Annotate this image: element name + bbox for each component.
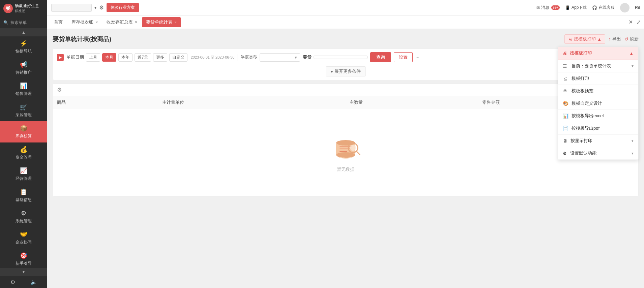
filter-bar: ▶ 单据日期 上月 本月 本年 近7天 更多 自定义 2023-06-01 至 … <box>53 49 639 80</box>
guide-icon: 🎯 <box>20 252 27 259</box>
topbar-dropdown-arrow[interactable]: ▾ <box>94 5 96 10</box>
topbar-gear-icon[interactable]: ⚙ <box>99 4 104 11</box>
type-select-box[interactable]: ▾ <box>260 53 300 62</box>
dropdown-template-custom[interactable]: 🎨 模板自定义设计 <box>558 97 638 110</box>
sidebar-item-operations[interactable]: 📈 经营管理 <box>0 164 47 185</box>
print-btn-arrow-up: ▲ <box>597 37 602 42</box>
sidebar-scroll-down[interactable]: ▼ <box>0 268 47 276</box>
dropdown-display-print[interactable]: 🖥 按显示打印 ▾ <box>558 135 638 147</box>
date-btn-this-month[interactable]: 本月 <box>102 53 116 62</box>
tabbar: 首页 库存批次账 × 收发存汇总表 × 要货单统计表 × ✕ ⤢ <box>47 15 644 29</box>
date-btn-this-year[interactable]: 本年 <box>118 53 133 62</box>
sidebar-item-label: 采购管理 <box>16 112 32 118</box>
svg-point-3 <box>336 152 355 158</box>
sidebar-item-marketing[interactable]: 📢 营销推广 <box>0 58 47 79</box>
date-btn-more[interactable]: 更多 <box>153 53 167 62</box>
dropdown-header[interactable]: 🖨 按模板打印 ▲ <box>558 47 638 60</box>
set-default-icon: ⚙ <box>563 151 567 156</box>
dropdown-current-template[interactable]: ☰ 当前：要货单统计表 ▾ <box>558 60 638 72</box>
sidebar-settings-icon[interactable]: ⚙ <box>10 279 15 285</box>
app-download-icon: 📱 <box>565 5 570 10</box>
display-print-icon: 🖥 <box>563 138 567 143</box>
table-toolbar: ⚙ <box>53 84 638 96</box>
tab-close-window[interactable]: ✕ <box>628 18 634 26</box>
display-print-arrow: ▾ <box>632 139 634 143</box>
goods-label: 要货 <box>303 54 312 60</box>
sidebar-item-system[interactable]: ⚙ 系统管理 <box>0 206 47 227</box>
online-service-btn[interactable]: 🎧 在线客服 <box>592 5 615 10</box>
sidebar-item-sales[interactable]: 📊 销售管理 <box>0 79 47 100</box>
sidebar-item-finance[interactable]: 💰 资金管理 <box>0 142 47 164</box>
refresh-icon: ↺ <box>624 36 628 42</box>
col-quantity: 主数量 <box>346 96 478 109</box>
app-download-label: App下载 <box>572 5 587 10</box>
sidebar-sound-icon[interactable]: 🔈 <box>30 279 37 285</box>
logo-area: 畅 畅赢通好生意 标准版 <box>0 0 47 17</box>
results-table: 商品 主计量单位 主数量 零售金额 <box>53 96 638 196</box>
topbar: ▾ ⚙ 体验行业方案 ✉ 消息 99+ 📱 App下载 🎧 在线客服 Rit <box>47 0 644 15</box>
goods-select-box[interactable] <box>314 56 368 59</box>
print-icon: 🖨 <box>568 37 573 42</box>
sales-icon: 📊 <box>20 82 27 90</box>
tab-inventory-batch-label: 库存批次账 <box>71 19 93 25</box>
app-download-btn[interactable]: 📱 App下载 <box>565 5 587 10</box>
sidebar-item-purchase[interactable]: 🛒 采购管理 <box>0 100 47 121</box>
search-icon: 🔍 <box>3 20 8 25</box>
sidebar-item-inventory[interactable]: 📦 库存核算 <box>0 121 47 142</box>
tab-order-stats-close[interactable]: × <box>174 20 177 25</box>
template-pdf-icon: 📄 <box>563 126 568 131</box>
dropdown-template-preview[interactable]: 👁 模板板预览 <box>558 85 638 97</box>
table-header-row: 商品 主计量单位 主数量 零售金额 <box>53 96 638 109</box>
finance-icon: 💰 <box>20 146 27 153</box>
date-btn-7days[interactable]: 近7天 <box>135 53 151 62</box>
expand-more-btn[interactable]: ▾ 展开更多条件 <box>326 66 366 76</box>
svg-point-8 <box>350 145 356 151</box>
empty-illustration <box>329 133 362 166</box>
tab-maximize-window[interactable]: ⤢ <box>636 18 641 26</box>
sidebar-item-label: 库存核算 <box>16 133 32 139</box>
sidebar-item-label: 经营管理 <box>16 176 32 182</box>
dropdown-template-pdf[interactable]: 📄 按模板导出pdf <box>558 122 638 135</box>
date-btn-last-month[interactable]: 上月 <box>86 53 100 62</box>
tab-order-stats[interactable]: 要货单统计表 × <box>142 17 181 27</box>
sidebar-item-guide[interactable]: 🎯 新手引导 <box>0 249 47 268</box>
message-btn[interactable]: ✉ 消息 99+ <box>536 5 560 10</box>
tab-collection-summary-close[interactable]: × <box>135 20 137 25</box>
query-btn[interactable]: 查询 <box>370 52 391 62</box>
goods-filter: 要货 <box>303 54 368 60</box>
more-options-btn[interactable]: ··· <box>415 55 419 60</box>
tab-home[interactable]: 首页 <box>50 17 67 27</box>
page-actions: 🖨 按模板打印 ▲ ↑ 导出 ↺ 刷新 🖨 <box>564 34 639 44</box>
tab-inventory-batch[interactable]: 库存批次账 × <box>67 17 102 27</box>
page-title: 要货单统计表(按商品) <box>53 35 111 43</box>
dropdown-template-excel[interactable]: 📊 按模板导出excel <box>558 110 638 122</box>
dropdown-template-print[interactable]: 🖨 模板打印 <box>558 72 638 85</box>
dropdown-set-default[interactable]: ⚙ 设置默认功能 ▾ <box>558 147 638 160</box>
template-custom-label: 模板自定义设计 <box>572 100 602 106</box>
sidebar-item-quick-nav[interactable]: ⚡ 快捷导航 <box>0 36 47 58</box>
set-default-label: 设置默认功能 <box>570 150 596 156</box>
user-avatar[interactable] <box>620 3 630 12</box>
tab-inventory-batch-close[interactable]: × <box>95 20 98 25</box>
settings-btn[interactable]: 设置 <box>394 52 413 62</box>
page-header: 要货单统计表(按商品) 🖨 按模板打印 ▲ ↑ 导出 ↺ 刷新 <box>53 34 639 44</box>
sidebar-scroll-up[interactable]: ▲ <box>0 28 47 36</box>
table-gear-icon[interactable]: ⚙ <box>57 87 62 93</box>
date-btn-custom[interactable]: 自定义 <box>169 53 187 62</box>
dropdown-close-icon[interactable]: ▲ <box>629 51 634 56</box>
filter-expand-arrow[interactable]: ▶ <box>57 54 64 61</box>
tab-collection-summary-label: 收发存汇总表 <box>107 19 133 25</box>
refresh-btn[interactable]: ↺ 刷新 <box>624 36 639 42</box>
topbar-right: ✉ 消息 99+ 📱 App下载 🎧 在线客服 Rit <box>536 3 640 12</box>
experience-btn[interactable]: 体验行业方案 <box>107 3 139 12</box>
export-btn[interactable]: ↑ 导出 <box>609 36 621 42</box>
tab-collection-summary[interactable]: 收发存汇总表 × <box>103 17 141 27</box>
sidebar-search[interactable]: 🔍 搜索菜单 <box>0 17 47 28</box>
sidebar-item-basic-info[interactable]: 📋 基础信息 <box>0 185 47 206</box>
sidebar-footer: ⚙ 🔈 <box>0 276 47 288</box>
sidebar-item-enterprise[interactable]: 🤝 企业协同 <box>0 227 47 249</box>
filter-row2: ▾ 展开更多条件 <box>57 66 634 76</box>
topbar-search-input[interactable] <box>51 4 92 12</box>
refresh-label: 刷新 <box>630 36 639 42</box>
print-template-btn[interactable]: 🖨 按模板打印 ▲ <box>564 34 605 44</box>
